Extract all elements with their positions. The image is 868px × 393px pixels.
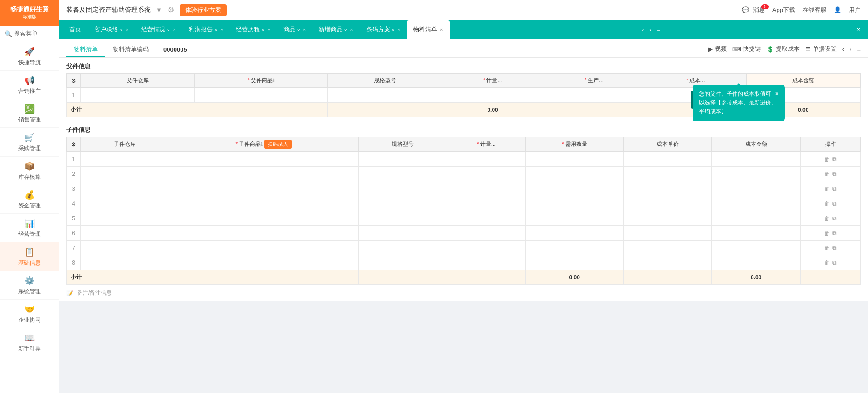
nav-menu-icon[interactable]: ≡ bbox=[655, 26, 663, 33]
tab-products[interactable]: 商品∨× bbox=[277, 20, 312, 39]
basic-info-label: 基础信息 bbox=[18, 259, 41, 267]
copy-icon-7[interactable]: ⧉ bbox=[832, 245, 837, 251]
sidebar-item-search[interactable]: 🔍 搜索菜单 bbox=[0, 26, 59, 42]
child-warehouse-1[interactable] bbox=[81, 152, 169, 167]
parent-subtotal-value: 0.00 bbox=[442, 103, 543, 117]
table-row: 1 🗑⧉ bbox=[67, 152, 861, 167]
sidebar-item-system[interactable]: ⚙️ 系统管理 bbox=[0, 271, 59, 300]
child-unit-cost-1[interactable] bbox=[623, 152, 712, 167]
sidebar-item-basic-info[interactable]: 📋 基础信息 bbox=[0, 242, 59, 271]
trial-button[interactable]: 体验行业方案 bbox=[180, 4, 227, 16]
child-product-2[interactable] bbox=[169, 167, 358, 181]
child-qty-1[interactable] bbox=[526, 152, 623, 167]
copy-icon-6[interactable]: ⧉ bbox=[832, 230, 837, 236]
child-col-spec: 规格型号 bbox=[359, 137, 447, 152]
user-avatar[interactable]: 👤 bbox=[834, 6, 841, 13]
message-container: 💬 5 消息 bbox=[742, 6, 765, 14]
sidebar-item-inventory[interactable]: 📦 库存核算 bbox=[0, 157, 59, 185]
child-unit-cost-2[interactable] bbox=[623, 167, 712, 181]
content-inner: 物料清单 物料清单编码 0000005 ▶ 视频 ⌨ 快捷键 bbox=[59, 39, 868, 301]
sidebar-item-purchase[interactable]: 🛒 采购管理 bbox=[0, 128, 59, 157]
system-dropdown-icon[interactable]: ▼ bbox=[156, 6, 162, 13]
delete-icon-5[interactable]: 🗑 bbox=[824, 215, 830, 222]
sub-tab-bom-list[interactable]: 物料清单 bbox=[66, 42, 105, 57]
user-label[interactable]: 用户 bbox=[849, 6, 861, 14]
delete-icon-8[interactable]: 🗑 bbox=[824, 260, 830, 266]
tab-barcode[interactable]: 条码方案∨× bbox=[360, 20, 407, 39]
nav-prev-icon[interactable]: ‹ bbox=[640, 26, 645, 33]
parent-col-settings[interactable]: ⚙ bbox=[67, 74, 81, 88]
parent-warehouse-1[interactable] bbox=[81, 88, 195, 103]
copy-icon-3[interactable]: ⧉ bbox=[832, 186, 837, 192]
basic-info-icon: 📋 bbox=[24, 247, 35, 257]
child-subtotal-row: 小计 0.00 0.00 bbox=[67, 270, 861, 285]
table-row: 8 🗑⧉ bbox=[67, 255, 861, 270]
child-spec-2[interactable] bbox=[359, 167, 447, 181]
delete-icon-1[interactable]: 🗑 bbox=[824, 156, 830, 163]
child-col-action: 操作 bbox=[801, 137, 861, 152]
view-toggle-icon[interactable]: ≡ bbox=[857, 46, 861, 53]
shortcut-btn[interactable]: ⌨ 快捷键 bbox=[732, 45, 761, 53]
parent-spec-1[interactable] bbox=[328, 88, 442, 103]
sub-tab-code-value: 0000005 bbox=[156, 43, 194, 57]
nav-left-icon[interactable]: ‹ bbox=[842, 46, 844, 53]
extract-cost-btn[interactable]: 💲 提取成本 bbox=[766, 45, 800, 53]
message-icon[interactable]: 💬 bbox=[742, 6, 749, 13]
child-unit-2[interactable] bbox=[447, 167, 525, 181]
online-service[interactable]: 在线客服 bbox=[802, 6, 826, 14]
tab-home[interactable]: 首页 bbox=[63, 20, 88, 39]
sidebar-item-sales[interactable]: 💹 销售管理 bbox=[0, 99, 59, 128]
copy-icon-2[interactable]: ⧉ bbox=[832, 171, 837, 177]
close-all-tabs[interactable]: × bbox=[853, 25, 864, 34]
sidebar-item-finance[interactable]: 💰 资金管理 bbox=[0, 185, 59, 214]
child-col-amount: 成本金额 bbox=[712, 137, 801, 152]
child-qty-2[interactable] bbox=[526, 167, 623, 181]
nav-right-icon[interactable]: › bbox=[850, 46, 851, 53]
child-warehouse-2[interactable] bbox=[81, 167, 169, 181]
inventory-label: 库存核算 bbox=[18, 173, 41, 181]
copy-icon-5[interactable]: ⧉ bbox=[832, 215, 837, 222]
sidebar-item-guide[interactable]: 📖 新手引导 bbox=[0, 328, 59, 357]
settings-icon[interactable]: ⚙ bbox=[168, 6, 174, 14]
parent-product-1[interactable] bbox=[195, 88, 328, 103]
child-spec-1[interactable] bbox=[359, 152, 447, 167]
tab-profit[interactable]: 利润报告∨× bbox=[182, 20, 229, 39]
delete-icon-2[interactable]: 🗑 bbox=[824, 171, 830, 177]
delete-icon-4[interactable]: 🗑 bbox=[824, 200, 830, 207]
nav-next-icon[interactable]: › bbox=[647, 26, 653, 33]
delete-icon-3[interactable]: 🗑 bbox=[824, 186, 830, 192]
tab-operations[interactable]: 经营情况∨× bbox=[135, 20, 182, 39]
tab-bom[interactable]: 物料清单× bbox=[407, 20, 449, 39]
parent-unit-1[interactable] bbox=[442, 88, 543, 103]
tab-new-product[interactable]: 新增商品∨× bbox=[312, 20, 359, 39]
copy-icon-8[interactable]: ⧉ bbox=[832, 260, 837, 266]
play-icon: ▶ bbox=[708, 46, 713, 53]
copy-icon-4[interactable]: ⧉ bbox=[832, 200, 837, 207]
sidebar-item-collab[interactable]: 🤝 企业协同 bbox=[0, 300, 59, 328]
parent-col-warehouse: 父件仓库 bbox=[81, 74, 195, 88]
scan-input-btn[interactable]: 扫码录入 bbox=[264, 140, 292, 149]
single-settings-btn[interactable]: ☰ 单据设置 bbox=[805, 45, 837, 53]
sidebar-item-marketing[interactable]: 📢 营销推广 bbox=[0, 71, 59, 99]
sidebar-item-operations[interactable]: 📊 经营管理 bbox=[0, 214, 59, 242]
child-product-1[interactable] bbox=[169, 152, 358, 167]
action-icons-1: 🗑⧉ bbox=[804, 156, 856, 163]
tab-history[interactable]: 经营历程∨× bbox=[229, 20, 277, 39]
parent-produce-1[interactable] bbox=[543, 88, 645, 103]
app-download[interactable]: App下载 bbox=[772, 6, 795, 14]
tooltip-close-btn[interactable]: × bbox=[775, 90, 778, 98]
delete-icon-6[interactable]: 🗑 bbox=[824, 230, 830, 236]
delete-icon-7[interactable]: 🗑 bbox=[824, 245, 830, 251]
row-num-1: 1 bbox=[67, 88, 81, 103]
table-row: 6 🗑⧉ bbox=[67, 226, 861, 241]
child-col-settings[interactable]: ⚙ bbox=[67, 137, 81, 152]
copy-icon-1[interactable]: ⧉ bbox=[832, 156, 837, 163]
sales-label: 销售管理 bbox=[18, 116, 41, 124]
table-row: 5 🗑⧉ bbox=[67, 211, 861, 226]
tab-customer[interactable]: 客户联络∨× bbox=[88, 20, 135, 39]
child-col-qty: *需用数量 bbox=[526, 137, 623, 152]
child-unit-1[interactable] bbox=[447, 152, 525, 167]
child-subtotal-label: 小计 bbox=[67, 270, 359, 285]
view-btn[interactable]: ▶ 视频 bbox=[708, 45, 727, 53]
sidebar-item-quick-nav[interactable]: 🚀 快捷导航 bbox=[0, 42, 59, 71]
